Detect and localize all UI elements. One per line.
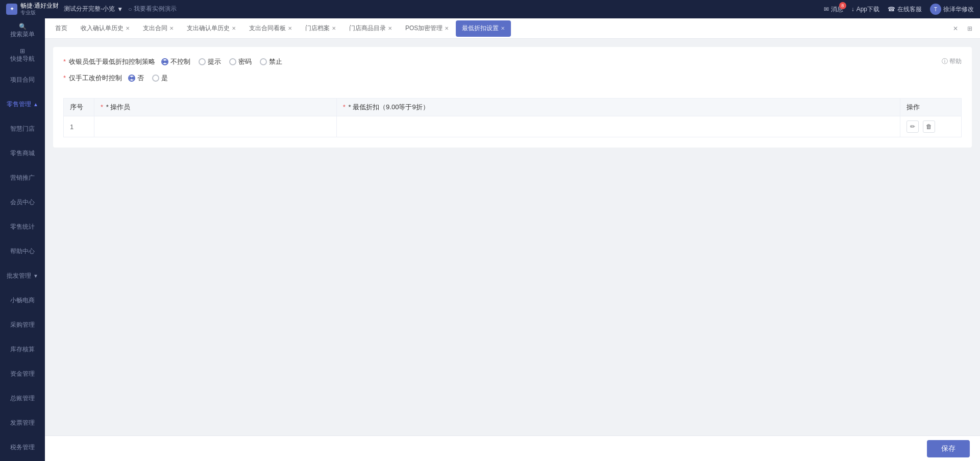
close-icon[interactable]: ✕: [388, 26, 392, 31]
sidebar-item-retail[interactable]: 零售管理 ▲: [0, 92, 45, 116]
sidebar-item-member[interactable]: 会员中心: [0, 190, 45, 214]
sidebar-item-retail-mall[interactable]: 零售商城: [0, 141, 45, 165]
close-icon[interactable]: ✕: [288, 26, 292, 31]
tab-pos-encrypt[interactable]: POS加密管理 ✕: [399, 20, 455, 37]
table-row: 1 ✏ 🗑: [64, 116, 962, 137]
cell-operator: [94, 116, 337, 137]
close-icon[interactable]: ✕: [445, 26, 449, 31]
radio-circle: [152, 75, 159, 82]
close-icon[interactable]: ✕: [232, 26, 236, 31]
sidebar: 🔍 搜索菜单 ⊞ 快捷导航 项目合同 零售管理 ▲ 智慧门店 零售商城 营销推广…: [0, 18, 45, 461]
edit-row-button[interactable]: ✏: [906, 120, 919, 133]
manual-price-radio-group: 否 是: [128, 74, 168, 83]
search-icon: 🔍: [19, 23, 27, 30]
radio-circle: [229, 58, 236, 65]
arrow-icon: ▲: [33, 102, 38, 107]
form-row-discount-strategy: * 收银员低于最低折扣控制策略 不控制 提示: [63, 57, 282, 66]
radio-password[interactable]: 密码: [229, 57, 252, 66]
radio-no[interactable]: 否: [128, 74, 144, 83]
col-header-seq: 序号: [64, 99, 94, 116]
sidebar-item-marketing[interactable]: 营销推广: [0, 165, 45, 190]
cell-seq: 1: [64, 116, 94, 137]
sidebar-item-finance[interactable]: 资金管理: [0, 361, 45, 386]
radio-circle: [260, 58, 267, 65]
sidebar-item-help[interactable]: 帮助中心: [0, 239, 45, 263]
header-right: ✉ 消息 8 ↓ App下载 ☎ 在线客服 T 徐泽华修改: [824, 4, 974, 15]
form-section: * 收银员低于最低折扣控制策略 不控制 提示: [63, 57, 282, 90]
sidebar-item-ecommerce[interactable]: 小畅电商: [0, 288, 45, 312]
main-layout: 🔍 搜索菜单 ⊞ 快捷导航 项目合同 零售管理 ▲ 智慧门店 零售商城 营销推广…: [0, 18, 980, 461]
sidebar-item-inventory[interactable]: 库存核算: [0, 337, 45, 361]
tab-store-file[interactable]: 门店档案 ✕: [299, 20, 342, 37]
content-panel: * 收银员低于最低折扣控制策略 不控制 提示: [53, 47, 972, 148]
tab-home[interactable]: 首页: [49, 20, 74, 37]
discount-strategy-radio-group: 不控制 提示 密码: [161, 57, 282, 66]
required-indicator: *: [63, 74, 66, 82]
tab-min-discount[interactable]: 最低折扣设置 ✕: [456, 20, 511, 37]
sidebar-item-tax[interactable]: 税务管理: [0, 435, 45, 459]
radio-no-control[interactable]: 不控制: [161, 57, 190, 66]
tab-expenditure-board[interactable]: 支出合同看板 ✕: [243, 20, 298, 37]
page-content: * 收银员低于最低折扣控制策略 不控制 提示: [45, 39, 980, 435]
chevron-down-icon: ▼: [117, 6, 123, 13]
close-icon[interactable]: ✕: [126, 26, 130, 31]
col-header-min-discount: * * 最低折扣（9.00等于9折）: [336, 99, 900, 116]
sidebar-item-ledger[interactable]: 总账管理: [0, 386, 45, 410]
tab-income-history[interactable]: 收入确认单历史 ✕: [75, 20, 136, 37]
discount-table: 序号 * * 操作员 * * 最低折扣（9.00等于9折） 操作: [63, 98, 962, 137]
online-service-action[interactable]: ☎ 在线客服: [888, 5, 922, 14]
logo-icon: ✦: [6, 4, 17, 15]
delete-row-button[interactable]: 🗑: [923, 120, 935, 133]
header-left: ✦ 畅捷·通好业财 专业版 测试分开完整-小览 ▼ ○ 我要看实例演示: [6, 2, 177, 16]
tab-expenditure-history[interactable]: 支出确认单历史 ✕: [181, 20, 242, 37]
sidebar-item-search[interactable]: 🔍 搜索菜单: [0, 18, 45, 43]
sidebar-item-quicknav[interactable]: ⊞ 快捷导航: [0, 43, 45, 67]
logo-area: ✦ 畅捷·通好业财 专业版: [6, 2, 59, 16]
close-icon[interactable]: ✕: [169, 26, 174, 31]
expand-tabs-button[interactable]: ⊞: [964, 22, 976, 35]
sidebar-item-retail-stats[interactable]: 零售统计: [0, 214, 45, 239]
message-action[interactable]: ✉ 消息 8: [824, 5, 843, 14]
cell-actions: ✏ 🗑: [900, 116, 962, 137]
tab-expenditure-contract[interactable]: 支出合同 ✕: [137, 20, 180, 37]
required-indicator: *: [63, 58, 66, 65]
sidebar-item-contract[interactable]: 项目合同: [0, 67, 45, 92]
help-button[interactable]: ⓘ 帮助: [942, 57, 962, 66]
message-icon: ✉: [824, 6, 829, 13]
demo-link[interactable]: ○ 我要看实例演示: [128, 5, 177, 13]
radio-circle: [199, 58, 206, 65]
sidebar-item-smart-store[interactable]: 智慧门店: [0, 116, 45, 141]
arrow-down-icon: ▼: [33, 273, 38, 279]
user-action[interactable]: T 徐泽华修改: [930, 4, 974, 15]
project-selector[interactable]: 测试分开完整-小览 ▼: [64, 5, 123, 13]
close-all-tabs-button[interactable]: ✕: [949, 22, 962, 35]
help-icon: ⓘ: [942, 57, 948, 66]
col-header-operator: * * 操作员: [94, 99, 337, 116]
circle-icon: ○: [128, 6, 132, 13]
download-icon: ↓: [851, 6, 854, 13]
content-area: 首页 收入确认单历史 ✕ 支出合同 ✕ 支出确认单历史 ✕ 支出合同看板 ✕ 门…: [45, 18, 980, 461]
close-icon[interactable]: ✕: [501, 26, 505, 31]
form-row-manual-price: * 仅手工改价时控制 否 是: [63, 74, 282, 83]
radio-yes[interactable]: 是: [152, 74, 168, 83]
cell-min-discount: [336, 116, 900, 137]
save-button[interactable]: 保存: [927, 440, 970, 457]
radio-prompt[interactable]: 提示: [199, 57, 221, 66]
close-icon[interactable]: ✕: [332, 26, 336, 31]
tab-store-catalog[interactable]: 门店商品目录 ✕: [343, 20, 398, 37]
app-download-action[interactable]: ↓ App下载: [851, 5, 879, 14]
sidebar-item-invoice[interactable]: 发票管理: [0, 410, 45, 435]
logo-text: 畅捷·通好业财 专业版: [20, 2, 59, 16]
tab-bar-end: ✕ ⊞: [949, 22, 976, 35]
avatar: T: [930, 4, 941, 15]
table-container: 序号 * * 操作员 * * 最低折扣（9.00等于9折） 操作: [63, 98, 962, 137]
sidebar-item-purchase[interactable]: 采购管理: [0, 312, 45, 337]
nav-icon: ⊞: [20, 47, 25, 55]
radio-forbid[interactable]: 禁止: [260, 57, 282, 66]
message-badge: 8: [839, 2, 846, 9]
top-header: ✦ 畅捷·通好业财 专业版 测试分开完整-小览 ▼ ○ 我要看实例演示 ✉ 消息…: [0, 0, 980, 18]
table-header-row: 序号 * * 操作员 * * 最低折扣（9.00等于9折） 操作: [64, 99, 962, 116]
radio-circle: [128, 75, 135, 82]
radio-circle: [161, 58, 168, 65]
sidebar-item-wholesale[interactable]: 批发管理 ▼: [0, 263, 45, 288]
